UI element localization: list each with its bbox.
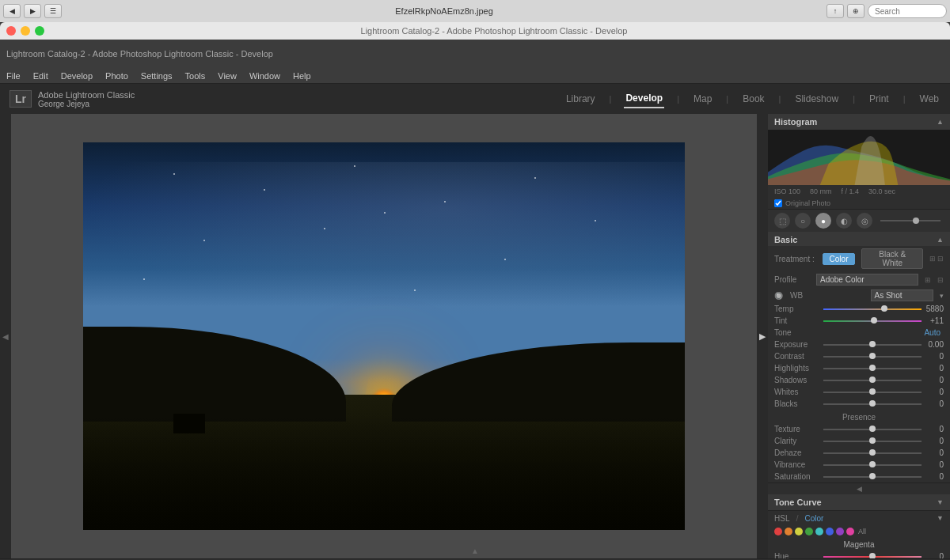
highlights-slider[interactable]	[823, 368, 922, 369]
histogram-collapse[interactable]: ▲	[937, 118, 944, 126]
color-tab[interactable]: Color	[805, 514, 824, 523]
aperture-value: f / 1.4	[842, 187, 860, 195]
purple-swatch[interactable]	[836, 528, 844, 535]
magenta-swatch[interactable]	[846, 528, 854, 535]
module-print[interactable]: Print	[868, 90, 891, 108]
graduated-filter[interactable]: ◐	[836, 213, 852, 229]
menu-help[interactable]: Help	[293, 71, 311, 81]
whites-row: Whites 0	[768, 386, 950, 398]
auto-button[interactable]: Auto	[924, 328, 944, 337]
basic-collapse[interactable]: ▲	[937, 236, 944, 244]
module-map[interactable]: Map	[692, 90, 713, 108]
profile-expand-icon[interactable]: ⊞	[925, 276, 931, 284]
all-button[interactable]: All	[858, 528, 866, 535]
menu-develop[interactable]: Develop	[61, 71, 93, 81]
menu-tools[interactable]: Tools	[185, 71, 206, 81]
minimize-button[interactable]	[21, 26, 30, 36]
saturation-slider[interactable]	[823, 476, 922, 478]
search-input[interactable]	[868, 4, 947, 18]
module-library[interactable]: Library	[564, 90, 597, 108]
vibrance-value: 0	[922, 460, 944, 469]
clarity-slider[interactable]	[823, 441, 922, 442]
aqua-swatch[interactable]	[815, 528, 823, 535]
texture-thumb	[869, 426, 876, 432]
eyedropper-icon[interactable]: 🔘	[774, 292, 785, 300]
original-photo-check[interactable]	[774, 199, 782, 207]
blacks-row: Blacks 0	[768, 398, 950, 410]
treatment-label: Treatment :	[774, 255, 816, 263]
hue-slider[interactable]	[823, 556, 922, 558]
dehaze-slider[interactable]	[823, 452, 922, 454]
menu-settings[interactable]: Settings	[141, 71, 173, 81]
share-btn[interactable]: ↑	[826, 4, 844, 18]
menu-photo[interactable]: Photo	[105, 71, 128, 81]
contrast-slider[interactable]	[823, 356, 922, 358]
contrast-label: Contrast	[774, 352, 823, 361]
module-web[interactable]: Web	[918, 90, 940, 108]
close-button[interactable]	[6, 26, 16, 36]
vibrance-label: Vibrance	[774, 460, 823, 469]
vibrance-slider[interactable]	[823, 464, 922, 466]
whites-slider[interactable]	[823, 392, 922, 393]
tone-curve-collapse[interactable]: ▼	[937, 498, 944, 506]
menu-window[interactable]: Window	[249, 71, 280, 81]
photo-info-bar: ISO 100 80 mm f / 1.4 30.0 sec	[768, 185, 950, 198]
forward-btn[interactable]: ▶	[24, 4, 41, 18]
green-swatch[interactable]	[805, 528, 813, 535]
tone-curve-section: Tone Curve ▼	[768, 494, 950, 511]
bottom-center-arrow[interactable]: ▲	[471, 547, 479, 555]
maximize-button[interactable]	[35, 26, 44, 36]
profile-value[interactable]: Adobe Color	[816, 274, 918, 286]
menu-file[interactable]: File	[6, 71, 21, 81]
wb-select[interactable]: As Shot	[871, 289, 934, 301]
hue-value: 0	[922, 552, 944, 558]
red-eye-tool[interactable]: ●	[815, 213, 831, 229]
profile-label: Profile	[774, 275, 810, 284]
zoom-btn[interactable]: ⊕	[847, 4, 864, 18]
star	[203, 240, 205, 241]
menu-view[interactable]: View	[218, 71, 237, 81]
back-btn[interactable]: ◀	[3, 4, 21, 18]
left-panel-toggle[interactable]: ◀	[0, 114, 11, 558]
yellow-swatch[interactable]	[795, 528, 803, 535]
menu-edit[interactable]: Edit	[33, 71, 48, 81]
hsl-header: HSL / Color ▼	[768, 511, 950, 525]
exposure-slider[interactable]	[823, 344, 922, 346]
highlights-row: Highlights 0	[768, 362, 950, 374]
user-name: George Jejeya	[38, 100, 135, 108]
bw-button[interactable]: Black & White	[861, 248, 923, 269]
wb-label: WB	[790, 291, 806, 300]
dehaze-row: Dehaze 0	[768, 447, 950, 459]
radial-filter[interactable]: ◎	[857, 213, 872, 229]
tool-slider[interactable]	[880, 220, 940, 221]
action-btn[interactable]: ☰	[44, 4, 62, 18]
blue-swatch[interactable]	[826, 528, 834, 535]
exposure-thumb	[869, 341, 876, 347]
spot-removal-tool[interactable]: ○	[795, 213, 811, 229]
orange-swatch[interactable]	[785, 528, 792, 535]
module-book[interactable]: Book	[741, 90, 766, 108]
crop-tool[interactable]: ⬚	[774, 213, 790, 229]
star	[444, 201, 446, 202]
contrast-row: Contrast 0	[768, 350, 950, 362]
wb-dropdown-icon[interactable]: ▾	[940, 292, 944, 300]
temp-slider[interactable]	[823, 308, 922, 310]
hsl-collapse[interactable]: ▼	[937, 514, 944, 522]
color-button[interactable]: Color	[823, 253, 856, 265]
title-bar: Lightroom Catalog-2 - Adobe Photoshop Li…	[0, 40, 950, 68]
module-develop[interactable]: Develop	[624, 89, 664, 108]
tint-slider[interactable]	[823, 320, 922, 322]
right-panel-toggle[interactable]: ▶	[757, 114, 768, 558]
profile-grid-icon[interactable]: ⊟	[937, 276, 944, 284]
star	[143, 278, 145, 280]
contrast-thumb	[869, 353, 876, 359]
iso-value: ISO 100	[774, 187, 800, 195]
shadows-slider[interactable]	[823, 380, 922, 381]
module-slideshow[interactable]: Slideshow	[793, 90, 840, 108]
shutter-value: 30.0 sec	[868, 187, 895, 195]
texture-slider[interactable]	[823, 429, 922, 430]
lens-value: 80 mm	[810, 187, 832, 195]
red-swatch[interactable]	[774, 528, 782, 535]
blacks-slider[interactable]	[823, 403, 922, 405]
hsl-tab[interactable]: HSL	[774, 514, 789, 523]
